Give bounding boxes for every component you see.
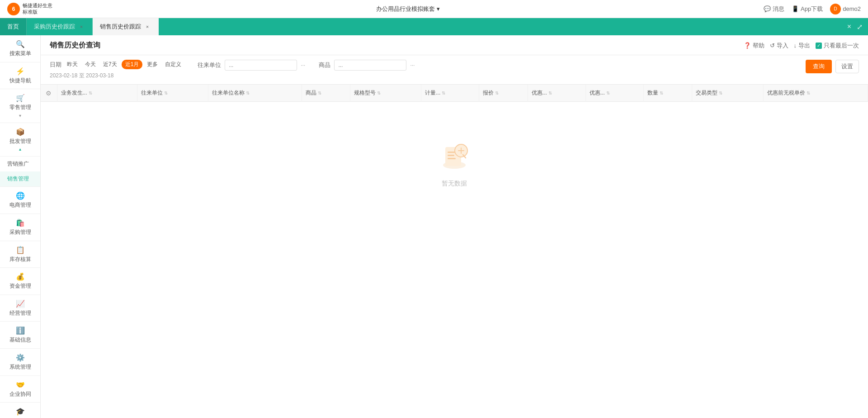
sidebar-item-guide[interactable]: 🎓 新手引导 xyxy=(0,403,40,418)
last-only-checkbox-group[interactable]: ✓ 只看最后一次 xyxy=(816,42,859,50)
tab-sales-history-close[interactable]: × xyxy=(144,23,151,30)
tab-home[interactable]: 首页 xyxy=(0,18,27,35)
date-options: 昨天 今天 近7天 近1月 更多 自定义 xyxy=(64,60,184,69)
page-header-actions: ❓ 帮助 ↺ 导入 ↓ 导出 ✓ 只看最后一次 xyxy=(744,42,859,50)
box-icon: 📦 xyxy=(16,128,25,136)
table-header: ⚙ 业务发生... ⇅ 往来单位 ⇅ xyxy=(41,85,868,102)
avatar: D xyxy=(830,4,841,14)
clipboard-icon: 📋 xyxy=(16,246,25,254)
money-icon: 💰 xyxy=(16,272,25,281)
th-biz-date[interactable]: 业务发生... ⇅ xyxy=(57,85,137,102)
sort-icon: ⇅ xyxy=(89,90,92,95)
th-quote[interactable]: 报价 ⇅ xyxy=(479,85,528,102)
tab-sales-history[interactable]: 销售历史价跟踪 × xyxy=(93,18,159,35)
sidebar-item-wholesale-mgmt[interactable]: 📦 批发管理 ▴ xyxy=(0,123,40,157)
date-opt-yesterday[interactable]: 昨天 xyxy=(64,60,80,69)
app-download-btn[interactable]: 📱 App下载 xyxy=(792,5,823,13)
th-qty[interactable]: 数量 ⇅ xyxy=(644,85,692,102)
fullscreen-btn[interactable]: ⤢ xyxy=(857,23,863,31)
logo-icon: 6 xyxy=(7,3,20,15)
th-discount2[interactable]: 优惠... ⇅ xyxy=(585,85,643,102)
top-bar-left: 6 畅捷通好生意 标准版 xyxy=(7,3,52,15)
close-window-btn[interactable]: × xyxy=(847,23,851,31)
sidebar-item-sales-mgmt[interactable]: 销售管理 xyxy=(0,171,40,186)
guide-icon: 🎓 xyxy=(16,407,25,416)
sidebar-item-retail-mgmt[interactable]: 🛒 零售管理 ▾ xyxy=(0,89,40,123)
message-icon: 💬 xyxy=(764,5,771,12)
content-area: 销售历史价查询 ❓ 帮助 ↺ 导入 ↓ 导出 ✓ xyxy=(41,35,868,418)
query-button[interactable]: 查询 xyxy=(806,60,832,73)
th-goods[interactable]: 商品 ⇅ xyxy=(302,85,350,102)
date-opt-more[interactable]: 更多 xyxy=(144,60,160,69)
th-gear[interactable]: ⚙ xyxy=(41,85,57,102)
phone-icon: 📱 xyxy=(792,5,799,12)
sidebar: 🔍 搜索菜单 ⚡ 快捷导航 🛒 零售管理 ▾ 📦 批发管理 ▴ 营销推广 销售管… xyxy=(0,35,41,418)
top-bar-right: 💬 消息 📱 App下载 D demo2 xyxy=(764,4,861,14)
tab-purchase-history[interactable]: 采购历史价跟踪 × xyxy=(27,18,93,35)
svg-rect-4 xyxy=(448,158,456,159)
th-trade-type[interactable]: 交易类型 ⇅ xyxy=(692,85,763,102)
top-bar-center: 办公用品行业模拟账套 ▾ xyxy=(376,5,440,13)
date-opt-last7[interactable]: 近7天 xyxy=(100,60,120,69)
th-discount1[interactable]: 优惠... ⇅ xyxy=(528,85,585,102)
sort-icon: ⇅ xyxy=(660,90,663,95)
settings-button[interactable]: 设置 xyxy=(835,60,859,73)
export-btn[interactable]: ↓ 导出 xyxy=(794,42,811,50)
goods-input[interactable] xyxy=(334,60,406,71)
date-opt-last1m[interactable]: 近1月 xyxy=(122,60,143,69)
sidebar-item-ops-mgmt[interactable]: 📈 经营管理 xyxy=(0,295,40,322)
sidebar-item-quick-nav[interactable]: ⚡ 快捷导航 xyxy=(0,62,40,90)
empty-state: 暂无数据 xyxy=(41,102,868,224)
chevron-down-icon: ▾ xyxy=(19,113,21,118)
sidebar-item-ecom-mgmt[interactable]: 🌐 电商管理 xyxy=(0,187,40,214)
tab-purchase-history-close[interactable]: × xyxy=(78,23,85,30)
logo-text: 畅捷通好生意 标准版 xyxy=(23,3,52,14)
sort-icon: ⇅ xyxy=(606,90,610,95)
import-icon: ↺ xyxy=(770,42,775,49)
globe-icon: 🌐 xyxy=(16,191,25,200)
date-range-display: 2023-02-18 至 2023-03-18 xyxy=(50,72,184,80)
sidebar-item-inventory[interactable]: 📋 库存核算 xyxy=(0,241,40,268)
top-bar: 6 畅捷通好生意 标准版 办公用品行业模拟账套 ▾ 💬 消息 📱 App下载 D… xyxy=(0,0,868,18)
sidebar-item-purchase-mgmt[interactable]: 🛍️ 采购管理 xyxy=(0,214,40,241)
filter-row: 日期 昨天 今天 近7天 近1月 更多 自定义 2023-02-18 至 202… xyxy=(41,55,868,85)
sort-icon: ⇅ xyxy=(164,90,168,95)
bag-icon: 🛍️ xyxy=(16,218,25,227)
date-opt-today[interactable]: 今天 xyxy=(82,60,99,69)
last-only-checkbox[interactable]: ✓ xyxy=(816,43,822,49)
main-layout: 🔍 搜索菜单 ⚡ 快捷导航 🛒 零售管理 ▾ 📦 批发管理 ▴ 营销推广 销售管… xyxy=(0,35,868,418)
partner-input-dots[interactable]: ··· xyxy=(301,62,305,68)
th-spec[interactable]: 规格型号 ⇅ xyxy=(350,85,421,102)
th-pre-tax[interactable]: 优惠前无税单价 ⇅ xyxy=(763,85,868,102)
cart-icon: 🛒 xyxy=(16,94,25,102)
logo-area[interactable]: 6 畅捷通好生意 标准版 xyxy=(7,3,52,15)
th-partner-name[interactable]: 往来单位名称 ⇅ xyxy=(208,85,302,102)
page-header: 销售历史价查询 ❓ 帮助 ↺ 导入 ↓ 导出 ✓ xyxy=(41,35,868,55)
help-btn[interactable]: ❓ 帮助 xyxy=(744,42,764,50)
user-menu[interactable]: D demo2 xyxy=(830,4,861,14)
import-btn[interactable]: ↺ 导入 xyxy=(770,42,788,50)
sidebar-item-marketing[interactable]: 营销推广 xyxy=(0,157,40,171)
sort-icon: ⇅ xyxy=(495,90,499,95)
th-partner-code[interactable]: 往来单位 ⇅ xyxy=(137,85,208,102)
message-btn[interactable]: 💬 消息 xyxy=(764,5,784,13)
date-opt-custom[interactable]: 自定义 xyxy=(162,60,184,69)
sort-icon: ⇅ xyxy=(377,90,381,95)
page-title-row: 销售历史价查询 ❓ 帮助 ↺ 导入 ↓ 导出 ✓ xyxy=(50,41,859,55)
nav-dropdown[interactable]: 办公用品行业模拟账套 ▾ xyxy=(376,5,440,13)
search-icon: 🔍 xyxy=(16,40,25,48)
table-container: ⚙ 业务发生... ⇅ 往来单位 ⇅ xyxy=(41,85,868,418)
sidebar-item-sys-mgmt[interactable]: ⚙️ 系统管理 xyxy=(0,349,40,376)
th-unit[interactable]: 计量... ⇅ xyxy=(421,85,479,102)
export-icon: ↓ xyxy=(794,42,797,49)
table-settings-icon[interactable]: ⚙ xyxy=(46,90,52,97)
filter-goods-group: 商品 ··· xyxy=(319,60,415,71)
chart-icon: 📈 xyxy=(16,299,25,308)
partner-input[interactable] xyxy=(225,60,297,71)
sidebar-item-enterprise[interactable]: 🤝 企业协同 xyxy=(0,376,40,403)
sidebar-item-basic-info[interactable]: ℹ️ 基础信息 xyxy=(0,322,40,349)
sidebar-item-search-menu[interactable]: 🔍 搜索菜单 xyxy=(0,35,40,62)
sidebar-item-finance[interactable]: 💰 资金管理 xyxy=(0,268,40,295)
empty-icon xyxy=(436,138,472,174)
goods-input-dots[interactable]: ··· xyxy=(410,62,415,68)
